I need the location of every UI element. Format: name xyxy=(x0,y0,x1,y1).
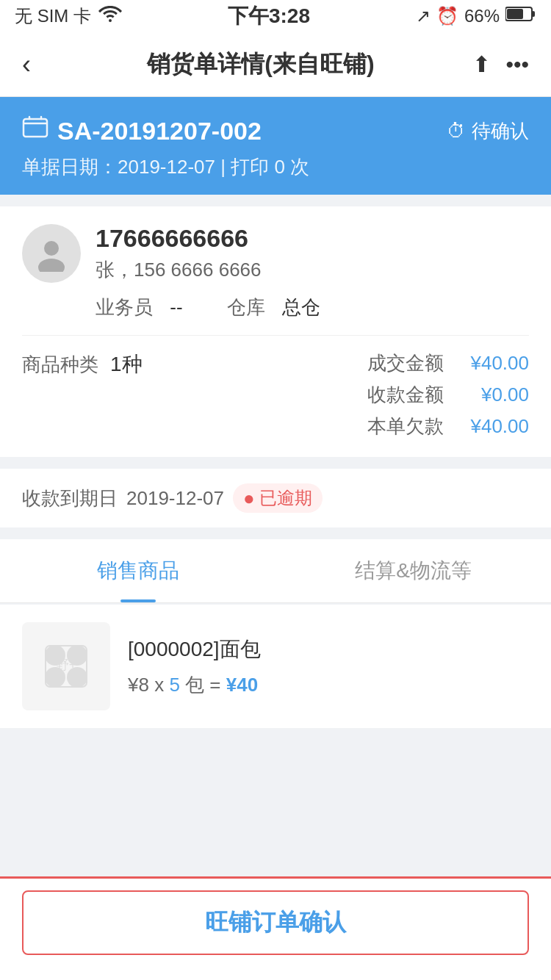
product-list: 野+ [0000002]面包 ¥8 x 5 包 = ¥40 xyxy=(0,605,551,728)
received-label: 收款金额 xyxy=(367,382,444,408)
deal-amount-row: 成交金额 ¥40.00 xyxy=(367,350,529,376)
quantity: 5 xyxy=(169,674,179,696)
due-date-label: 收款到期日 xyxy=(22,486,118,511)
received-amount-row: 收款金额 ¥0.00 xyxy=(367,382,529,408)
nav-actions: ⬆ ••• xyxy=(455,51,529,77)
owed-label: 本单欠款 xyxy=(367,414,444,439)
location-icon: ↗ xyxy=(416,6,431,26)
svg-rect-2 xyxy=(507,9,523,19)
owed-value: ¥40.00 xyxy=(455,415,529,438)
overdue-text: 已逾期 xyxy=(259,486,312,510)
due-date-value: 2019-12-07 xyxy=(126,487,224,510)
customer-meta: 业务员 -- 仓库 总仓 xyxy=(96,295,529,320)
salesman-value: -- xyxy=(170,296,182,318)
alarm-icon: ⏰ xyxy=(436,6,458,26)
overdue-badge: ● 已逾期 xyxy=(233,483,323,513)
owed-amount-row: 本单欠款 ¥40.00 xyxy=(367,414,529,439)
more-icon[interactable]: ••• xyxy=(505,52,529,77)
status-text: 待确认 xyxy=(472,118,529,144)
product-thumbnail: 野+ xyxy=(22,622,110,710)
status-left: 无 SIM 卡 xyxy=(15,4,122,28)
unit: 包 xyxy=(185,674,204,696)
product-name: [0000002]面包 xyxy=(128,635,529,663)
carrier-text: 无 SIM 卡 xyxy=(15,4,91,28)
order-header-card: SA-20191207-002 ⏱ 待确认 单据日期：2019-12-07 | … xyxy=(0,97,551,195)
warehouse-value: 总仓 xyxy=(282,296,320,318)
share-icon[interactable]: ⬆ xyxy=(472,51,491,77)
svg-text:野+: 野+ xyxy=(56,657,77,672)
battery-text: 66% xyxy=(464,6,500,26)
warehouse-field: 仓库 总仓 xyxy=(227,295,320,320)
wifi-icon xyxy=(98,6,122,26)
page-title: 销货单详情(来自旺铺) xyxy=(66,48,455,81)
order-date: 单据日期：2019-12-07 xyxy=(22,156,215,178)
customer-info: 17666666666 张，156 6666 6666 业务员 -- 仓库 总仓 xyxy=(96,224,529,320)
summary-section: 商品种类 1种 成交金额 ¥40.00 收款金额 ¥0.00 本单欠款 ¥40.… xyxy=(22,350,529,439)
order-icon xyxy=(22,115,48,147)
overdue-icon: ● xyxy=(243,487,255,510)
product-details: [0000002]面包 ¥8 x 5 包 = ¥40 xyxy=(128,635,529,698)
table-row: 野+ [0000002]面包 ¥8 x 5 包 = ¥40 xyxy=(22,622,529,710)
warehouse-label: 仓库 xyxy=(227,296,265,318)
divider-1 xyxy=(22,335,529,336)
unit-price: ¥8 xyxy=(128,674,149,696)
salesman-field: 业务员 -- xyxy=(96,295,183,320)
salesman-label: 业务员 xyxy=(96,296,153,318)
product-type-label: 商品种类 xyxy=(22,352,98,378)
empty-space xyxy=(0,728,551,875)
total-price: ¥40 xyxy=(226,674,258,696)
status-bar: 无 SIM 卡 下午3:28 ↗ ⏰ 66% xyxy=(0,0,551,32)
bottom-bar: 旺铺订单确认 xyxy=(0,876,551,980)
battery-icon xyxy=(505,6,536,26)
order-meta: 单据日期：2019-12-07 | 打印 0 次 xyxy=(22,154,529,180)
customer-phone: 17666666666 xyxy=(96,224,529,253)
status-clock-icon: ⏱ xyxy=(447,120,466,143)
print-info: 打印 0 次 xyxy=(231,156,309,178)
product-price: ¥8 x 5 包 = ¥40 xyxy=(128,672,529,698)
product-count: 商品种类 1种 xyxy=(22,350,143,378)
order-id-text: SA-20191207-002 xyxy=(57,117,262,145)
wangpu-confirm-button[interactable]: 旺铺订单确认 xyxy=(22,890,529,955)
tabs-bar: 销售商品 结算&物流等 xyxy=(0,539,551,603)
time-display: 下午3:28 xyxy=(228,2,310,30)
svg-rect-3 xyxy=(24,119,47,137)
nav-bar: ‹ 销货单详情(来自旺铺) ⬆ ••• xyxy=(0,32,551,97)
tab-sales-products[interactable]: 销售商品 xyxy=(0,539,276,602)
status-right: ↗ ⏰ 66% xyxy=(416,6,536,26)
deal-amount-label: 成交金额 xyxy=(367,350,444,376)
svg-rect-1 xyxy=(532,11,535,17)
deal-amount-value: ¥40.00 xyxy=(455,352,529,375)
received-value: ¥0.00 xyxy=(455,383,529,406)
customer-avatar xyxy=(22,224,81,283)
svg-point-4 xyxy=(44,241,59,256)
amount-summary: 成交金额 ¥40.00 收款金额 ¥0.00 本单欠款 ¥40.00 xyxy=(367,350,529,439)
tab-settlement-logistics[interactable]: 结算&物流等 xyxy=(276,539,551,602)
order-status-badge: ⏱ 待确认 xyxy=(447,118,529,144)
customer-name: 张，156 6666 6666 xyxy=(96,257,529,283)
product-type-value: 1种 xyxy=(110,350,143,378)
due-date-section: 收款到期日 2019-12-07 ● 已逾期 xyxy=(0,469,551,527)
svg-point-5 xyxy=(38,259,65,272)
customer-card: 17666666666 张，156 6666 6666 业务员 -- 仓库 总仓… xyxy=(0,206,551,457)
order-id: SA-20191207-002 xyxy=(22,115,262,147)
back-button[interactable]: ‹ xyxy=(22,49,66,80)
